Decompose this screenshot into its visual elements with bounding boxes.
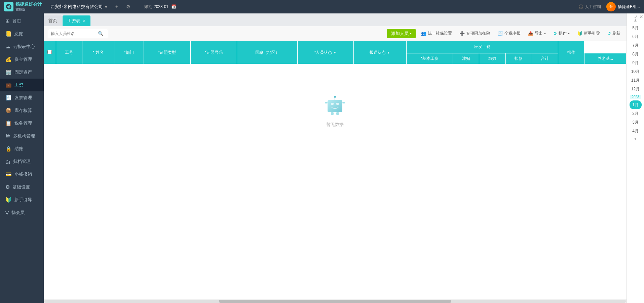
home-icon: ⊞ xyxy=(5,18,10,24)
user-area[interactable]: 头 畅捷通B组... xyxy=(606,2,640,11)
tax-report-btn[interactable]: 🧾 个税申报 xyxy=(496,31,523,36)
emp-no-header: 工号 xyxy=(56,41,82,64)
company-selector[interactable]: 西安虾米网络科技有限公司 ▾ xyxy=(50,4,107,10)
sidebar-item-guide[interactable]: 🔰 新手引导 xyxy=(0,193,44,206)
month-2022-10[interactable]: 10月 xyxy=(627,67,644,76)
export-icon: 📤 xyxy=(528,31,533,36)
header-actions: ＋ ⚙ xyxy=(113,3,132,11)
panel-expand-btn[interactable]: ⤢ xyxy=(634,14,638,19)
logo-area: 畅 畅捷通好会计 旗舰版 xyxy=(4,1,48,12)
tab-salary-table[interactable]: 工资表 ✕ xyxy=(63,15,90,26)
refresh-btn[interactable]: ↺ 刷新 xyxy=(605,31,622,36)
select-all-checkbox[interactable] xyxy=(47,50,52,54)
new-guide-btn[interactable]: 🔰 新手引导 xyxy=(575,31,602,36)
sidebar-label-guide: 新手引导 xyxy=(14,197,32,203)
help-btn[interactable]: 🎧 人工咨询 xyxy=(578,4,601,10)
sidebar-item-archive[interactable]: 🗂 归档管理 xyxy=(0,155,44,168)
sidebar-item-expense[interactable]: 💳 小畅报销 xyxy=(0,168,44,181)
asset-icon: 🏢 xyxy=(5,69,12,75)
svg-rect-9 xyxy=(331,112,334,115)
month-2022-09[interactable]: 9月 xyxy=(627,58,644,67)
search-input[interactable] xyxy=(51,31,98,36)
tab-home[interactable]: 首页 xyxy=(44,15,62,26)
sidebar-item-multi[interactable]: 🏛 多机构管理 xyxy=(0,130,44,142)
empty-icon xyxy=(321,91,348,118)
logo-subtitle: 旗舰版 xyxy=(15,7,42,12)
sidebar-label-vip: 畅会员 xyxy=(11,210,25,216)
search-wrapper[interactable]: 🔍 xyxy=(48,29,108,38)
sidebar-item-ledger[interactable]: 📒 总账 xyxy=(0,28,44,40)
month-2023-01[interactable]: 1月 xyxy=(630,100,642,109)
close-period-icon: 🔒 xyxy=(5,146,12,152)
social-label: 统一社保设置 xyxy=(428,31,452,36)
sidebar-item-cloud[interactable]: ☁ 云报表中心 xyxy=(0,40,44,53)
expense-icon: 💳 xyxy=(5,171,12,177)
tax-icon: 📋 xyxy=(5,120,12,126)
personnel-filter-icon[interactable]: ▼ xyxy=(333,51,337,54)
social-settings-btn[interactable]: 👥 统一社保设置 xyxy=(419,31,454,36)
sidebar-item-asset[interactable]: 🏢 固定资产 xyxy=(0,66,44,79)
add-btn-label: 添加人员 xyxy=(391,31,409,37)
avatar: 头 xyxy=(606,2,616,11)
top-header: 畅 畅捷通好会计 旗舰版 西安虾米网络科技有限公司 ▾ ＋ ⚙ 账期 2023-… xyxy=(0,0,644,13)
total-header: 合计 xyxy=(532,53,558,64)
scrollbar-thumb[interactable] xyxy=(219,300,452,303)
settings-btn[interactable]: ⚙ xyxy=(124,3,132,11)
sidebar-label-close: 结账 xyxy=(14,146,23,152)
sidebar-item-home[interactable]: ⊞ 首页 xyxy=(0,15,44,28)
table-container: 工号 * 姓名 *部门 *证照类型 *证照号码 国籍（地区） *人员状态 ▼ 报… xyxy=(44,41,627,299)
cloud-icon: ☁ xyxy=(5,44,10,50)
svg-rect-4 xyxy=(336,103,339,105)
month-2022-08[interactable]: 8月 xyxy=(627,50,644,58)
add-company-btn[interactable]: ＋ xyxy=(113,3,121,11)
refresh-label: 刷新 xyxy=(612,31,620,36)
sidebar-item-vip[interactable]: V 畅会员 xyxy=(0,206,44,219)
tab-close-icon[interactable]: ✕ xyxy=(82,18,86,23)
company-dropdown-icon[interactable]: ▾ xyxy=(105,4,107,9)
month-scroll-down-btn[interactable]: ▼ xyxy=(627,135,644,142)
sidebar-label-home: 首页 xyxy=(12,18,21,24)
sidebar-label-expense: 小畅报销 xyxy=(14,171,32,177)
sidebar-label-asset: 固定资产 xyxy=(14,69,32,75)
month-2023-04[interactable]: 4月 xyxy=(627,127,644,135)
operate-icon: ⚙ xyxy=(553,31,557,36)
sidebar-item-close[interactable]: 🔒 结账 xyxy=(0,142,44,155)
tab-bar: 首页 工资表 ✕ xyxy=(44,13,627,26)
operate-btn[interactable]: ⚙ 操作 ▾ xyxy=(551,31,572,36)
sidebar-item-inventory[interactable]: 📦 库存核算 xyxy=(0,104,44,117)
right-panel: ⤢ ✕ ▲ 5月 6月 7月 8月 9月 10月 11月 12月 2023 1月… xyxy=(627,13,644,303)
month-2022-05[interactable]: 5月 xyxy=(627,24,644,32)
export-btn[interactable]: 📤 导出 ▾ xyxy=(526,31,548,36)
checkbox-col-header[interactable] xyxy=(44,41,56,64)
month-2023-03[interactable]: 3月 xyxy=(627,118,644,127)
empty-state-cell: 暂无数据 xyxy=(44,64,627,155)
country-header: 国籍（地区） xyxy=(237,41,298,64)
operate-label: 操作 xyxy=(559,31,567,36)
add-person-btn[interactable]: 添加人员 ▾ xyxy=(387,29,416,38)
month-2022-12[interactable]: 12月 xyxy=(627,85,644,93)
performance-header: 绩效 xyxy=(479,53,505,64)
right-panel-header: ⤢ ✕ xyxy=(627,15,644,16)
panel-close-btn[interactable]: ✕ xyxy=(639,14,643,19)
help-label: 人工咨询 xyxy=(585,4,601,10)
report-filter-icon[interactable]: ▼ xyxy=(387,51,390,54)
sidebar-item-invoice[interactable]: 🧾 发票管理 xyxy=(0,91,44,104)
sidebar-item-capital[interactable]: 💰 资金管理 xyxy=(0,53,44,66)
scrollbar-track[interactable] xyxy=(44,300,626,303)
month-2022-06[interactable]: 6月 xyxy=(627,32,644,41)
horizontal-scrollbar[interactable] xyxy=(44,299,627,303)
period-value: 2023-01 xyxy=(154,4,168,9)
sidebar-item-tax[interactable]: 📋 税务管理 xyxy=(0,117,44,130)
sidebar-item-salary[interactable]: 💼 工资 xyxy=(0,79,44,91)
svg-rect-7 xyxy=(325,102,328,103)
month-2022-07[interactable]: 7月 xyxy=(627,41,644,50)
month-2022-11[interactable]: 11月 xyxy=(627,76,644,85)
logo-icon: 畅 xyxy=(4,2,13,11)
svg-rect-8 xyxy=(342,102,345,103)
deduction-col-header: 扣款 xyxy=(505,53,532,64)
calendar-icon[interactable]: 📅 xyxy=(171,4,176,9)
month-2023-02[interactable]: 2月 xyxy=(627,109,644,118)
deduction-btn[interactable]: ➕ 专项附加扣除 xyxy=(457,31,492,36)
sidebar-item-settings[interactable]: ⚙ 基础设置 xyxy=(0,181,44,193)
personnel-status-header: *人员状态 ▼ xyxy=(297,41,353,64)
